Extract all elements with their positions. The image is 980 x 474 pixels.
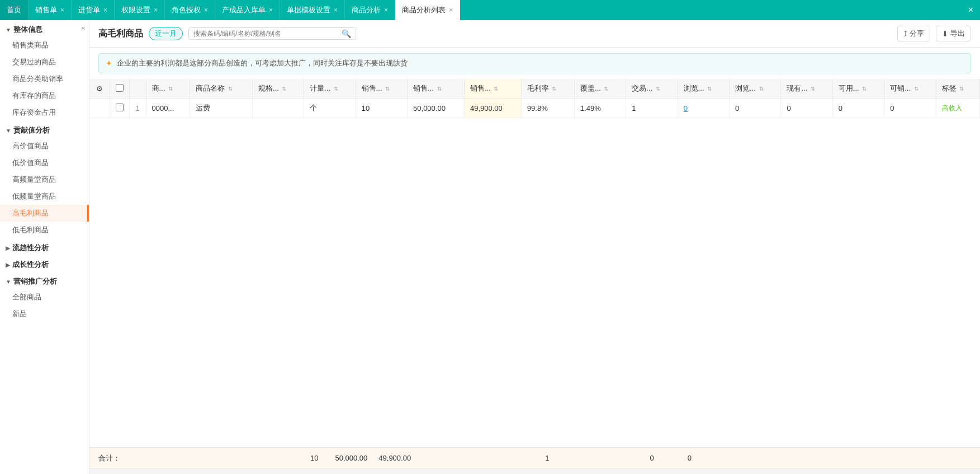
- saleable-stock-col-header[interactable]: 可销... ⇅: [884, 79, 936, 98]
- nav-product-analysis-list-close[interactable]: ×: [449, 6, 453, 14]
- browse1-col-header[interactable]: 浏览... ⇅: [678, 79, 729, 98]
- sidebar-item-high-margin[interactable]: 高毛利商品: [0, 205, 89, 222]
- sidebar-item-in-stock-goods[interactable]: 有库存的商品: [0, 87, 89, 104]
- sidebar-item-sales-goods[interactable]: 销售类商品: [0, 37, 89, 54]
- code-col-header[interactable]: 商... ⇅: [146, 79, 190, 98]
- trade-count-col-header[interactable]: 交易... ⇅: [626, 79, 678, 98]
- sidebar-item-all-goods[interactable]: 全部商品: [0, 289, 89, 306]
- sidebar: « ▼ 整体信息 销售类商品 交易过的商品 商品分类助销率 有库存的商品 库存资…: [0, 20, 89, 474]
- nav-permission-settings[interactable]: 权限设置 ×: [115, 0, 165, 20]
- row-browse1[interactable]: 0: [684, 104, 688, 112]
- row-browse1-cell: 0: [678, 98, 729, 118]
- nav-purchase-order-close[interactable]: ×: [103, 6, 107, 14]
- row-checkbox[interactable]: [116, 104, 124, 111]
- export-btn[interactable]: ⬇ 导出: [936, 26, 971, 41]
- table-container: ⚙ 商... ⇅ 商品名称 ⇅: [89, 79, 980, 447]
- current-stock-col-label: 现有...: [787, 84, 807, 92]
- sidebar-item-high-freq-high-val[interactable]: 高频量堂商品: [0, 171, 89, 188]
- nav-close-all-btn[interactable]: ×: [962, 5, 980, 15]
- sales-amount-col-label: 销售...: [413, 84, 434, 92]
- search-input[interactable]: [193, 30, 342, 37]
- row-coverage-cell: 1.49%: [574, 98, 626, 118]
- saleable-stock-sort-icon: ⇅: [914, 86, 919, 92]
- nav-role-permission[interactable]: 角色授权 ×: [165, 0, 215, 20]
- row-tag-cell: 高收入: [936, 98, 980, 118]
- row-available-stock-cell: 0: [832, 98, 884, 118]
- sidebar-group-marketing-analysis[interactable]: ▼ 营销推广分析: [0, 272, 89, 289]
- row-coverage: 1.49%: [580, 104, 601, 112]
- sidebar-group-growth-analysis[interactable]: ▶ 成长性分析: [0, 255, 89, 272]
- nav-home[interactable]: 首页: [0, 0, 29, 20]
- nav-product-analysis-list[interactable]: 商品分析列表 ×: [395, 0, 460, 20]
- info-banner-text: 企业的主要的利润都是这部分商品创造的，可考虑加大推广，同时关注库存是不要出现缺货: [117, 58, 408, 68]
- arrow-icon-4: ▶: [6, 262, 10, 268]
- sales-qty-col-header[interactable]: 销售... ⇅: [356, 79, 407, 98]
- sales-amount-col-header[interactable]: 销售... ⇅: [408, 79, 465, 98]
- trade-count-sort-icon: ⇅: [656, 86, 660, 92]
- search-icon[interactable]: 🔍: [342, 29, 351, 38]
- nav-sales-order[interactable]: 销售单 ×: [29, 0, 72, 20]
- share-btn[interactable]: ⤴ 分享: [897, 26, 930, 41]
- sidebar-group-growth-analysis-label: 成长性分析: [12, 260, 49, 270]
- footer-sales-cost: 49,900.00: [378, 454, 411, 462]
- footer-sales-qty: 10: [310, 454, 318, 462]
- nav-order-template-label: 单据模板设置: [287, 5, 330, 15]
- unit-col-header[interactable]: 计量... ⇅: [304, 79, 356, 98]
- nav-product-analysis-list-label: 商品分析列表: [402, 5, 446, 15]
- sidebar-item-inventory-capital[interactable]: 库存资金占用: [0, 104, 89, 121]
- sales-qty-col-label: 销售...: [362, 84, 382, 92]
- available-stock-col-label: 可用...: [839, 84, 859, 92]
- coverage-col-header[interactable]: 覆盖... ⇅: [574, 79, 626, 98]
- unit-sort-icon: ⇅: [334, 86, 338, 92]
- sidebar-item-low-value[interactable]: 低价值商品: [0, 154, 89, 171]
- browse2-col-header[interactable]: 浏览... ⇅: [730, 79, 781, 98]
- nav-role-permission-close[interactable]: ×: [204, 6, 208, 14]
- nav-product-inbound-close[interactable]: ×: [269, 6, 273, 14]
- sidebar-group-trend-analysis[interactable]: ▶ 流趋性分析: [0, 238, 89, 255]
- margin-rate-col-header[interactable]: 毛利率 ⇅: [521, 79, 574, 98]
- nav-purchase-order[interactable]: 进货单 ×: [72, 0, 115, 20]
- nav-order-template-close[interactable]: ×: [334, 6, 338, 14]
- search-box: 🔍: [188, 27, 356, 40]
- share-label: 分享: [910, 29, 924, 39]
- arrow-icon-2: ▼: [6, 128, 11, 134]
- sales-cost-col-header[interactable]: 销售... ⇅: [464, 79, 521, 98]
- row-code: 0000...: [152, 104, 174, 112]
- footer-bar: 合计： 10 50,000.00 49,900.00 1 0 0: [89, 447, 980, 468]
- nav-home-label: 首页: [7, 5, 21, 15]
- sidebar-item-goods-contribution[interactable]: 商品分类助销率: [0, 71, 89, 87]
- select-all-checkbox[interactable]: [116, 84, 124, 92]
- name-col-header[interactable]: 商品名称 ⇅: [190, 79, 253, 98]
- settings-col-header[interactable]: ⚙: [89, 79, 110, 98]
- nav-product-inbound[interactable]: 产成品入库单 ×: [215, 0, 280, 20]
- filter-recent-month-btn[interactable]: 近一月: [149, 27, 183, 40]
- sidebar-group-financial-analysis[interactable]: ▼ 贡献值分析: [0, 121, 89, 138]
- nav-order-template[interactable]: 单据模板设置 ×: [280, 0, 345, 20]
- arrow-icon-5: ▼: [6, 279, 11, 285]
- nav-role-permission-label: 角色授权: [172, 5, 201, 15]
- available-stock-col-header[interactable]: 可用... ⇅: [832, 79, 884, 98]
- nav-permission-settings-close[interactable]: ×: [154, 6, 158, 14]
- content-header: 高毛利商品 近一月 🔍 ⤴ 分享 ⬇ 导出: [89, 20, 980, 48]
- export-icon: ⬇: [942, 30, 948, 38]
- row-available-stock: 0: [839, 104, 842, 112]
- sidebar-item-new-goods[interactable]: 新品: [0, 306, 89, 322]
- sidebar-item-low-freq-high-val[interactable]: 低频量堂商品: [0, 188, 89, 205]
- available-stock-sort-icon: ⇅: [862, 86, 867, 92]
- coverage-col-label: 覆盖...: [580, 84, 601, 92]
- nav-product-analysis[interactable]: 商品分析 ×: [345, 0, 395, 20]
- bottom-scrollbar[interactable]: [89, 468, 980, 474]
- current-stock-col-header[interactable]: 现有... ⇅: [781, 79, 832, 98]
- sidebar-item-low-margin[interactable]: 低毛利商品: [0, 222, 89, 238]
- sidebar-collapse-btn[interactable]: «: [78, 22, 89, 34]
- rownum-col-header: [129, 79, 146, 98]
- tag-col-header[interactable]: 标签 ⇅: [936, 79, 980, 98]
- spec-col-header[interactable]: 规格... ⇅: [252, 79, 304, 98]
- sidebar-item-traded-goods[interactable]: 交易过的商品: [0, 54, 89, 71]
- row-sales-amount: 50,000.00: [413, 104, 446, 112]
- sidebar-group-overall-info[interactable]: ▼ 整体信息: [0, 20, 89, 37]
- nav-product-analysis-close[interactable]: ×: [384, 6, 388, 14]
- nav-sales-order-close[interactable]: ×: [60, 6, 64, 14]
- sidebar-item-high-value[interactable]: 高价值商品: [0, 138, 89, 154]
- sidebar-item-traded-goods-label: 交易过的商品: [12, 58, 56, 66]
